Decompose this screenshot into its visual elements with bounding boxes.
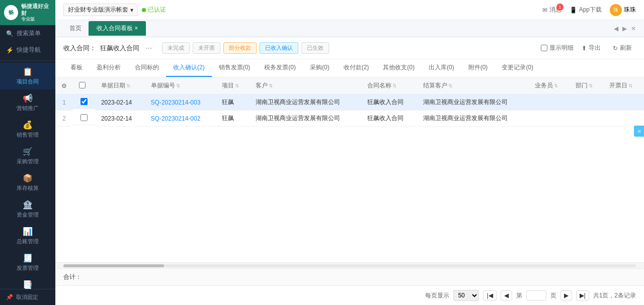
last-page-button[interactable]: ▶| [576,290,589,300]
row-checkbox-1[interactable] [80,114,88,121]
sidebar-item-marketing[interactable]: 📢 营销推广 [0,89,55,116]
select-all-checkbox[interactable] [79,82,86,88]
search-icon: 🔍 [6,30,14,37]
sidebar-item-tax[interactable]: 📑 税务管理 [0,276,55,289]
cell-salesperson-0 [529,94,570,111]
row-checkbox-0[interactable] [80,98,88,105]
contract-left: 收入合同： 狂飙收入合同 ··· 未完成 未开票 部分收款 已收入确认 已生效 [63,42,329,54]
number-link-0[interactable]: SQ-20230214-003 [151,99,201,106]
app-download-action[interactable]: 📱 App下载 [570,6,602,14]
cell-number-1[interactable]: SQ-20230214-002 [145,111,216,127]
message-action[interactable]: ✉ 消息 1 [542,6,561,14]
sidebar-item-general[interactable]: 📊 总账管理 [0,223,55,249]
sidebar-items: 📋 项目合同 📢 营销推广 💰 销售管理 🛒 采购管理 📦 库存核算 🏦 资金管… [0,63,55,289]
sidebar-icon-sales: 💰 [23,120,33,130]
sort-icon-department[interactable]: ⇅ [589,83,593,88]
col-checkbox[interactable] [73,77,95,94]
prev-page-button[interactable]: ◀ [501,290,512,300]
status-partial[interactable]: 部分收款 [223,42,257,54]
refresh-icon: ↻ [613,45,618,52]
chevron-down-icon: ▾ [130,7,133,14]
cell-num-1: 2 [55,111,73,127]
right-action-panel[interactable]: ≡ [634,126,644,137]
col-date: 单据日期⇅ [95,77,145,94]
tab-nav-tax_invoice[interactable]: 税务发票(0) [257,59,303,77]
tab-nav-other_income[interactable]: 其他收支(0) [376,59,422,77]
status-effective[interactable]: 已生效 [301,42,329,54]
tab-nav-income_confirm[interactable]: 收入确认(2) [166,59,212,77]
horizontal-scrollbar[interactable] [55,262,644,268]
tab-nav-change_log[interactable]: 变更记录(0) [495,59,540,77]
status-incomplete[interactable]: 未完成 [162,42,190,54]
show-detail-toggle[interactable]: 显示明细 [541,44,574,52]
tab-nav-contract_std[interactable]: 合同标的 [128,59,166,77]
per-page-select[interactable]: 50 100 200 [453,290,479,301]
sort-icon-date[interactable]: ⇅ [126,83,130,88]
contract-more[interactable]: ··· [145,44,152,53]
next-page-button[interactable]: ▶ [560,290,572,300]
nav-close-icon[interactable]: ✕ [631,25,636,32]
number-link-1[interactable]: SQ-20230214-002 [151,115,201,122]
tab-nav-payment[interactable]: 收付款(2) [337,59,376,77]
col-project: 项目⇅ [216,77,250,94]
tabs-navigation: 看板盈利分析合同标的收入确认(2)销售发票(0)税务发票(0)采购(0)收付款(… [55,59,644,77]
show-detail-checkbox[interactable] [541,45,547,51]
sidebar-icon-purchase: 🛒 [23,147,33,156]
status-confirmed[interactable]: 已收入确认 [260,42,298,54]
tab-nav-sales_invoice[interactable]: 销售发票(0) [212,59,258,77]
first-page-button[interactable]: |◀ [483,290,496,300]
table-row[interactable]: 22023-02-14SQ-20230214-002狂飙湖南卫视商业运营发展有限… [55,111,644,127]
tab-nav-kanban[interactable]: 看板 [63,59,90,77]
table-row[interactable]: 12023-02-14SQ-20230214-003狂飙湖南卫视商业运营发展有限… [55,94,644,111]
col-contract_name: 合同名称⇅ [361,77,417,94]
tab-nav-attachment[interactable]: 附件(0) [461,59,495,77]
sidebar-label-marketing: 营销推广 [17,105,39,112]
unpin-button[interactable]: 📌 取消固定 [0,289,55,305]
nav-prev-icon[interactable]: ◀ [614,25,618,32]
search-menu[interactable]: 🔍 搜索菜单 [0,25,55,42]
tab-nav-profit[interactable]: 盈利分析 [90,59,128,77]
cell-customer-1: 湖南卫视商业运营发展有限公司 [250,111,361,127]
sidebar-icon-project: 📋 [23,67,33,76]
cell-closing-1: 湖南卫视商业运营发展有限公司 [417,111,529,127]
page-input[interactable]: 1 [526,290,546,300]
table-container[interactable]: ⚙单据日期⇅单据编号⇅项目⇅客户⇅合同名称⇅结算客户⇅业务员⇅部门⇅开票日⇅ 1… [55,77,644,262]
sidebar-item-purchase[interactable]: 🛒 采购管理 [0,143,55,169]
col-department: 部门⇅ [570,77,603,94]
sort-icon-closing_customer[interactable]: ⇅ [448,83,452,88]
certified-dot [142,8,146,12]
sort-icon-salesperson[interactable]: ⇅ [554,83,558,88]
cell-checkbox-1[interactable] [73,111,95,125]
tab-home[interactable]: 首页 [63,21,88,36]
tabbar: 首页 收入合同看板 × ◀ ▶ ✕ [55,20,644,37]
sort-icon-open_date[interactable]: ⇅ [628,83,632,88]
sort-icon-contract_name[interactable]: ⇅ [392,83,396,88]
sidebar-item-funds[interactable]: 🏦 资金管理 [0,196,55,223]
pin-icon: 📌 [6,294,13,300]
sidebar-item-sales[interactable]: 💰 销售管理 [0,116,55,143]
sort-icon-number[interactable]: ⇅ [176,83,180,88]
scroll-thumb[interactable] [63,264,164,267]
cell-salesperson-1 [529,111,570,127]
sidebar-label-inventory: 库存核算 [17,184,39,192]
tab-active[interactable]: 收入合同看板 × [89,21,146,36]
sidebar-item-inventory[interactable]: 📦 库存核算 [0,169,55,196]
user-menu[interactable]: 珠 珠珠 [610,4,636,16]
cell-checkbox-0[interactable] [73,94,95,109]
tab-nav-warehouse[interactable]: 出入库(0) [422,59,461,77]
cell-number-0[interactable]: SQ-20230214-003 [145,94,216,111]
sort-icon-project[interactable]: ⇅ [235,83,239,88]
tab-nav-purchase[interactable]: 采购(0) [303,59,337,77]
export-button[interactable]: ⬆ 导出 [578,42,605,54]
refresh-button[interactable]: ↻ 刷新 [609,42,636,54]
sort-icon-customer[interactable]: ⇅ [269,83,273,88]
nav-next-icon[interactable]: ▶ [622,25,627,32]
sidebar-item-project[interactable]: 📋 项目合同 [0,63,55,89]
settings-icon[interactable]: ⚙ [61,82,67,89]
quick-nav[interactable]: ⚡ 快捷导航 [0,42,55,58]
data-table: ⚙单据日期⇅单据编号⇅项目⇅客户⇅合同名称⇅结算客户⇅业务员⇅部门⇅开票日⇅ 1… [55,77,644,127]
status-uninvoiced[interactable]: 未开票 [193,42,220,54]
sidebar-item-invoice[interactable]: 🧾 发票管理 [0,249,55,276]
col-settings[interactable]: ⚙ [55,77,73,94]
company-selector[interactable]: 好业财专业版演示帐套 ▾ [63,4,138,16]
